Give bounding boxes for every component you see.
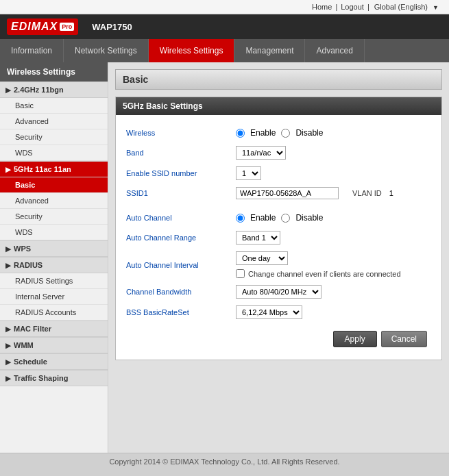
sidebar-5ghz-items: Basic Advanced Security WDS [0,177,108,240]
sidebar-title: Wireless Settings [0,62,108,82]
auto-channel-label: Auto Channel [126,214,236,222]
sidebar-item-24ghz-wds[interactable]: WDS [0,145,108,161]
wireless-disable-radio[interactable] [281,129,290,138]
wireless-enable-radio[interactable] [236,129,245,138]
header: EDIMAX Pro WAP1750 [0,14,449,39]
sidebar-item-5ghz-basic[interactable]: Basic [0,177,108,193]
cancel-button[interactable]: Cancel [381,331,427,347]
sidebar-group-wps[interactable]: ▶ WPS [0,240,108,257]
band-row: Band 11a/n/ac 11a 11n 11ac [126,142,431,163]
enable-ssid-label: Enable SSID number [126,169,236,177]
sidebar-item-24ghz-advanced[interactable]: Advanced [0,114,108,129]
ssid1-label: SSID1 [126,189,236,197]
arrow-macfilter: ▶ [5,325,11,333]
wireless-disable-label: Disable [295,128,323,138]
auto-channel-range-select[interactable]: Band 1 Band 2 Band 3 [236,231,280,245]
button-row: Apply Cancel [126,323,431,351]
auto-channel-disable-label: Disable [295,213,323,223]
auto-channel-interval-row: Auto Channel Interval One day One hour S… [126,248,431,281]
wireless-label: Wireless [126,129,236,137]
nav-wireless-settings[interactable]: Wireless Settings [149,39,235,62]
wireless-enable-label: Enable [250,128,276,138]
nav-advanced[interactable]: Advanced [305,39,364,62]
channel-bandwidth-row: Channel Bandwidth Auto 80/40/20 MHz 80 M… [126,281,431,302]
enable-ssid-row: Enable SSID number 1 2 3 4 [126,163,431,184]
arrow-5ghz: ▶ [5,166,11,173]
apply-button[interactable]: Apply [333,331,377,347]
auto-channel-range-row: Auto Channel Range Band 1 Band 2 Band 3 [126,227,431,248]
nav-network-settings[interactable]: Network Settings [64,39,149,62]
band-select[interactable]: 11a/n/ac 11a 11n 11ac [236,146,286,160]
channel-bandwidth-select[interactable]: Auto 80/40/20 MHz 80 MHz 40 MHz 20 MHz [236,285,321,299]
sidebar-group-24ghz[interactable]: ▶ 2.4GHz 11bgn [0,82,108,98]
footer: Copyright 2014 © EDIMAX Technology Co., … [0,453,449,470]
auto-channel-range-control: Band 1 Band 2 Band 3 [236,231,431,245]
sidebar-group-5ghz[interactable]: ▶ 5GHz 11ac 11an [0,161,108,177]
sidebar-group-wmm[interactable]: ▶ WMM [0,337,108,353]
auto-channel-disable-radio[interactable] [281,214,290,223]
auto-channel-interval-control: One day One hour Six hours Change channe… [236,251,431,278]
arrow-24ghz: ▶ [5,86,11,94]
sidebar-group-traffic-shaping[interactable]: ▶ Traffic Shaping [0,370,108,386]
auto-channel-range-label: Auto Channel Range [126,234,236,242]
arrow-radius: ▶ [5,262,11,269]
arrow-wmm: ▶ [5,342,11,349]
wireless-row: Wireless Enable Disable [126,123,431,142]
sidebar-item-radius-settings[interactable]: RADIUS Settings [0,273,108,289]
auto-channel-row: Auto Channel Enable Disable [126,208,431,227]
home-link[interactable]: Home [312,3,332,11]
sidebar-item-internal-server[interactable]: Internal Server [0,289,108,305]
change-channel-checkbox[interactable] [236,269,245,278]
change-channel-row: Change channel even if clients are conne… [236,269,401,278]
settings-section: 5GHz Basic Settings Wireless Enable Disa… [115,97,442,360]
sidebar-item-radius-accounts[interactable]: RADIUS Accounts [0,305,108,321]
sep1: | [335,3,337,11]
vlan-value: 1 [389,189,393,197]
footer-text: Copyright 2014 © EDIMAX Technology Co., … [109,458,339,466]
sidebar-item-5ghz-advanced[interactable]: Advanced [0,193,108,209]
sidebar-item-5ghz-security[interactable]: Security [0,209,108,225]
channel-bandwidth-control: Auto 80/40/20 MHz 80 MHz 40 MHz 20 MHz [236,285,431,299]
sidebar-item-24ghz-security[interactable]: Security [0,129,108,145]
logo-pro: Pro [60,23,74,31]
ssid-count-select[interactable]: 1 2 3 4 [236,166,261,180]
bss-basicrateset-control: 6,12,24 Mbps Default All [236,305,431,319]
vlan-label: VLAN ID [352,189,382,197]
bss-basicrateset-select[interactable]: 6,12,24 Mbps Default All [236,305,302,319]
nav-bar: Information Network Settings Wireless Se… [0,39,449,62]
sidebar: Wireless Settings ▶ 2.4GHz 11bgn Basic A… [0,62,108,453]
logout-link[interactable]: Logout [341,3,364,11]
auto-channel-control: Enable Disable [236,213,431,223]
sidebar-group-radius[interactable]: ▶ RADIUS [0,257,108,273]
ssid1-row: SSID1 VLAN ID 1 [126,184,431,203]
channel-bandwidth-label: Channel Bandwidth [126,288,236,296]
auto-channel-interval-label: Auto Channel Interval [126,261,236,269]
logo-edimax: EDIMAX [11,21,58,33]
ssid1-control: VLAN ID 1 [236,187,431,199]
nav-management[interactable]: Management [234,39,305,62]
ssid1-input[interactable] [236,187,339,199]
bss-basicrateset-row: BSS BasicRateSet 6,12,24 Mbps Default Al… [126,302,431,323]
band-control: 11a/n/ac 11a 11n 11ac [236,146,431,160]
sidebar-item-5ghz-wds[interactable]: WDS [0,225,108,240]
sidebar-item-24ghz-basic[interactable]: Basic [0,98,108,114]
logo: EDIMAX Pro [7,18,78,35]
section-title: 5GHz Basic Settings [116,97,441,115]
bss-basicrateset-label: BSS BasicRateSet [126,308,236,316]
wireless-control: Enable Disable [236,128,431,138]
auto-channel-interval-select[interactable]: One day One hour Six hours [236,251,288,265]
language-select[interactable]: Global (English) ▼ [373,3,440,11]
arrow-schedule: ▶ [5,358,11,366]
arrow-wps: ▶ [5,245,11,253]
sep2: | [367,3,369,11]
sidebar-group-schedule[interactable]: ▶ Schedule [0,353,108,370]
sidebar-24ghz-items: Basic Advanced Security WDS [0,98,108,161]
main-layout: Wireless Settings ▶ 2.4GHz 11bgn Basic A… [0,62,449,453]
nav-information[interactable]: Information [0,39,64,62]
content-area: Basic 5GHz Basic Settings Wireless Enabl… [108,62,449,453]
band-label: Band [126,149,236,157]
section-body: Wireless Enable Disable Band 11a/n/ac [116,115,441,360]
auto-channel-enable-radio[interactable] [236,214,245,223]
sidebar-group-macfilter[interactable]: ▶ MAC Filter [0,321,108,337]
sidebar-radius-items: RADIUS Settings Internal Server RADIUS A… [0,273,108,321]
